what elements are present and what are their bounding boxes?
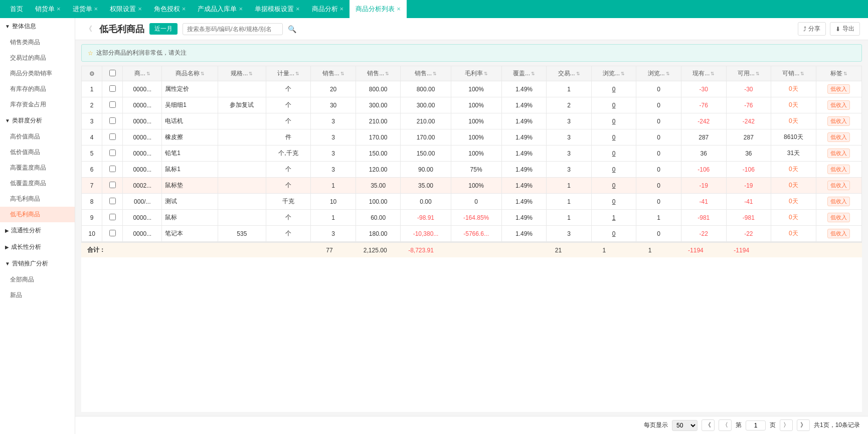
close-template[interactable]: × — [296, 5, 300, 13]
table-row[interactable]: 1 0000... 属性定价 个 20 800.00 800.00 100% 1… — [82, 81, 862, 97]
nav-product-analysis[interactable]: 商品分析× — [306, 0, 350, 18]
close-product-analysis[interactable]: × — [340, 5, 344, 13]
row-product-name[interactable]: 铅笔1 — [162, 146, 218, 162]
sidebar-item-low-coverage[interactable]: 低覆盖度商品 — [0, 176, 75, 191]
row-product-name[interactable]: 鼠标 — [162, 210, 218, 226]
sidebar-item-sales-products[interactable]: 销售类商品 — [0, 35, 75, 50]
nav-home[interactable]: 首页 — [4, 0, 29, 18]
row-select-checkbox[interactable] — [109, 85, 116, 92]
sidebar-section-cluster[interactable]: ▼ 类群度分析 — [0, 112, 75, 129]
close-permission[interactable]: × — [138, 5, 142, 13]
row-product-name[interactable]: 笔记本 — [162, 226, 218, 242]
col-browse2[interactable]: 浏览...⇅ — [636, 66, 681, 81]
col-sales-qty[interactable]: 销售...⇅ — [311, 66, 356, 81]
nav-template-settings[interactable]: 单据模板设置× — [249, 0, 306, 18]
sidebar-section-growth[interactable]: ▶ 成长性分析 — [0, 239, 75, 255]
table-row[interactable]: 8 000/... 测试 千克 10 100.00 0.00 0 1.49% 1… — [82, 194, 862, 210]
row-browse1[interactable]: 1 — [591, 210, 636, 226]
row-checkbox[interactable] — [102, 194, 123, 210]
table-row[interactable]: 5 0000... 铅笔1 个,千克 3 150.00 150.00 100% … — [82, 146, 862, 162]
row-product-name[interactable]: 鼠标1 — [162, 162, 218, 178]
table-row[interactable]: 7 0002... 鼠标垫 个 1 35.00 35.00 100% 1.49%… — [82, 178, 862, 194]
nav-sales-order[interactable]: 销货单× — [29, 0, 67, 18]
col-product-code[interactable]: 商...⇅ — [123, 66, 162, 81]
col-spec[interactable]: 规格...⇅ — [218, 66, 266, 81]
nav-role-auth[interactable]: 角色授权× — [148, 0, 192, 18]
row-checkbox[interactable] — [102, 129, 123, 146]
col-settings[interactable]: ⚙ — [82, 66, 102, 81]
search-button[interactable]: 🔍 — [288, 25, 296, 33]
sidebar-section-circulation[interactable]: ▶ 流通性分析 — [0, 222, 75, 239]
col-gross-rate[interactable]: 毛利率⇅ — [451, 66, 501, 81]
close-product-entry[interactable]: × — [239, 5, 243, 13]
table-row[interactable]: 4 0000... 橡皮擦 件 3 170.00 170.00 100% 1.4… — [82, 129, 862, 146]
close-purchase-order[interactable]: × — [94, 5, 98, 13]
col-product-name[interactable]: 商品名称⇅ — [162, 66, 218, 81]
row-checkbox[interactable] — [102, 113, 123, 129]
close-sales-order[interactable]: × — [57, 5, 61, 13]
next-page-btn[interactable]: 〉 — [780, 419, 793, 431]
last-page-btn[interactable]: 》 — [797, 419, 810, 431]
row-select-checkbox[interactable] — [109, 101, 116, 108]
table-row[interactable]: 9 0000... 鼠标 个 1 60.00 -98.91 -164.85% 1… — [82, 210, 862, 226]
table-row[interactable]: 10 0000... 笔记本 535 个 3 180.00 -10,380...… — [82, 226, 862, 242]
row-select-checkbox[interactable] — [109, 133, 116, 140]
prev-page-btn[interactable]: 〈 — [719, 419, 732, 431]
page-input[interactable] — [746, 420, 766, 430]
row-product-name[interactable]: 鼠标垫 — [162, 178, 218, 194]
sidebar-item-low-margin[interactable]: 低毛利商品 — [0, 207, 75, 222]
row-browse1[interactable]: 0 — [591, 81, 636, 97]
row-browse1[interactable]: 0 — [591, 146, 636, 162]
row-product-name[interactable]: 吴细细1 — [162, 97, 218, 113]
col-tag[interactable]: 标签⇅ — [816, 66, 861, 81]
sidebar-item-stock-fund[interactable]: 库存资金占用 — [0, 97, 75, 112]
row-browse1[interactable]: 0 — [591, 162, 636, 178]
row-select-checkbox[interactable] — [109, 117, 116, 124]
row-select-checkbox[interactable] — [109, 198, 116, 204]
sidebar-collapse-btn[interactable]: 《 — [83, 25, 94, 34]
col-available[interactable]: 可用...⇅ — [726, 66, 771, 81]
row-checkbox[interactable] — [102, 226, 123, 242]
sidebar-item-category-sales-rate[interactable]: 商品分类助销率 — [0, 66, 75, 81]
filter-recent-month-btn[interactable]: 近一月 — [149, 23, 178, 35]
row-browse1[interactable]: 0 — [591, 113, 636, 129]
row-product-name[interactable]: 橡皮擦 — [162, 129, 218, 146]
sidebar-section-marketing[interactable]: ▼ 营销推广分析 — [0, 255, 75, 272]
first-page-btn[interactable]: 《 — [702, 419, 715, 431]
share-button[interactable]: ⤴ 分享 — [798, 22, 826, 36]
sidebar-item-all-products[interactable]: 全部商品 — [0, 272, 75, 287]
col-checkbox[interactable] — [102, 66, 123, 81]
col-current-stock[interactable]: 现有...⇅ — [681, 66, 727, 81]
export-button[interactable]: ⬇ 导出 — [830, 22, 860, 36]
close-product-analysis-list[interactable]: × — [397, 5, 401, 13]
sidebar-item-high-value[interactable]: 高价值商品 — [0, 129, 75, 144]
row-browse1[interactable]: 0 — [591, 129, 636, 146]
sidebar-item-high-margin[interactable]: 高毛利商品 — [0, 191, 75, 207]
col-trade[interactable]: 交易...⇅ — [547, 66, 592, 81]
row-product-name[interactable]: 测试 — [162, 194, 218, 210]
search-input[interactable] — [183, 23, 283, 35]
row-product-name[interactable]: 电话机 — [162, 113, 218, 129]
col-sellable[interactable]: 可销...⇅ — [771, 66, 816, 81]
row-checkbox[interactable] — [102, 210, 123, 226]
row-select-checkbox[interactable] — [109, 230, 116, 236]
row-browse1[interactable]: 0 — [591, 194, 636, 210]
row-browse1[interactable]: 0 — [591, 97, 636, 113]
row-checkbox[interactable] — [102, 162, 123, 178]
table-row[interactable]: 2 0000... 吴细细1 参加复试 个 30 300.00 300.00 1… — [82, 97, 862, 113]
table-row[interactable]: 6 0000... 鼠标1 个 3 120.00 90.00 75% 1.49%… — [82, 162, 862, 178]
row-product-name[interactable]: 属性定价 — [162, 81, 218, 97]
sidebar-item-in-stock[interactable]: 有库存的商品 — [0, 81, 75, 97]
row-checkbox[interactable] — [102, 178, 123, 194]
sidebar-item-high-coverage[interactable]: 高覆盖度商品 — [0, 160, 75, 176]
sidebar-item-new-products[interactable]: 新品 — [0, 287, 75, 303]
nav-permission-settings[interactable]: 权限设置× — [104, 0, 148, 18]
select-all-checkbox[interactable] — [109, 70, 116, 76]
close-role-auth[interactable]: × — [182, 5, 186, 13]
nav-product-entry[interactable]: 产成品入库单× — [192, 0, 249, 18]
col-unit[interactable]: 计量...⇅ — [266, 66, 311, 81]
col-coverage[interactable]: 覆盖...⇅ — [501, 66, 547, 81]
row-checkbox[interactable] — [102, 81, 123, 97]
row-browse1[interactable]: 0 — [591, 178, 636, 194]
row-checkbox[interactable] — [102, 97, 123, 113]
